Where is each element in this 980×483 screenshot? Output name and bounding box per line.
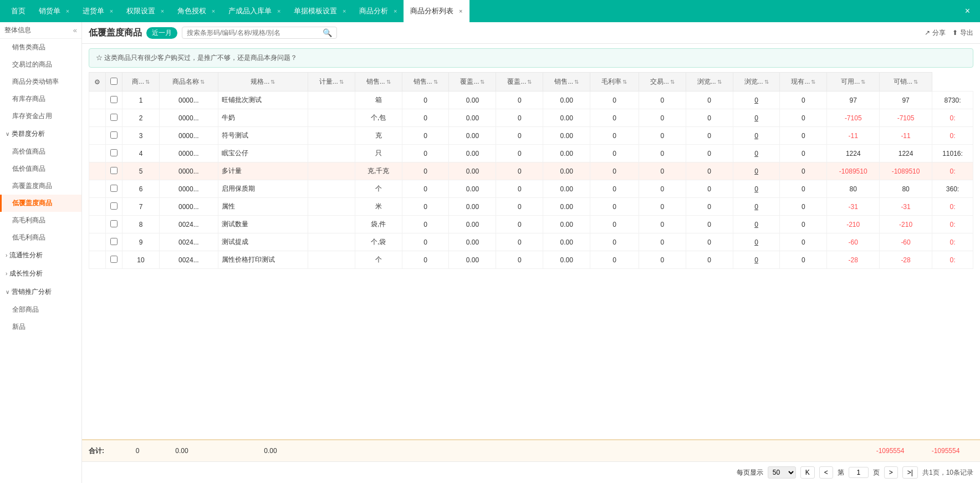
close-icon[interactable]: × [343,8,346,14]
col-sales-count[interactable]: 销售...⇅ [543,73,590,91]
close-icon[interactable]: × [161,8,164,14]
row-checkbox[interactable] [110,96,118,103]
sidebar-item-new-goods[interactable]: 新品 [0,318,81,335]
row-checkbox[interactable] [110,167,118,174]
nav-goods-analysis[interactable]: 商品分析 × [353,0,404,22]
close-icon[interactable]: × [212,8,215,14]
cell-browse1[interactable]: 0 [733,127,780,145]
cell-checkbox[interactable] [106,145,122,162]
cell-coverage1: 0 [496,233,543,251]
close-icon[interactable]: × [66,8,69,14]
search-input[interactable] [187,29,323,37]
col-saleable[interactable]: 可销...⇅ [880,73,932,91]
search-icon[interactable]: 🔍 [323,28,332,37]
cell-browse1[interactable]: 0 [733,162,780,180]
sidebar-item-high-margin[interactable]: 高毛利商品 [0,212,81,229]
window-close-button[interactable]: × [959,6,976,16]
close-icon[interactable]: × [459,8,462,14]
footer-total-label: 合计: [89,446,104,456]
nav-goods-analysis-list[interactable]: 商品分析列表 × [404,0,469,22]
sidebar-item-low-value[interactable]: 低价值商品 [0,160,81,177]
close-icon[interactable]: × [110,8,113,14]
cell-checkbox[interactable] [106,162,122,180]
row-checkbox[interactable] [110,202,118,210]
sidebar-item-all-goods[interactable]: 全部商品 [0,301,81,318]
sidebar-collapse-btn[interactable]: « [73,26,77,34]
nav-home[interactable]: 首页 [4,0,32,22]
cell-checkbox[interactable] [106,233,122,251]
sidebar-item-low-margin[interactable]: 低毛利商品 [0,229,81,246]
time-filter-btn[interactable]: 近一月 [146,27,177,39]
sidebar-item-high-value[interactable]: 高价值商品 [0,143,81,160]
per-page-select[interactable]: 50 20 100 [768,466,796,479]
nav-sales[interactable]: 销货单 × [32,0,76,22]
close-icon[interactable]: × [394,8,397,14]
cell-browse1[interactable]: 0 [733,91,780,109]
sidebar-item-high-coverage[interactable]: 高覆盖度商品 [0,177,81,195]
col-gross-rate[interactable]: 毛利率⇅ [590,73,639,91]
share-button[interactable]: ↗ 分享 [925,28,946,38]
cell-checkbox[interactable] [106,251,122,269]
row-checkbox[interactable] [110,149,118,156]
sidebar-section-header-4[interactable]: ∨ 营销推广分析 [0,283,81,301]
col-browse1[interactable]: 浏览...⇅ [686,73,733,91]
cell-checkbox[interactable] [106,216,122,233]
sidebar-item-sales-goods[interactable]: 销售类商品 [0,39,81,56]
row-checkbox[interactable] [110,238,118,245]
col-coverage2[interactable]: 覆盖...⇅ [496,73,543,91]
row-checkbox[interactable] [110,220,118,227]
next-page-btn[interactable]: > [884,466,898,479]
cell-checkbox[interactable] [106,180,122,198]
col-name[interactable]: 商品名称⇅ [160,73,218,91]
first-page-btn[interactable]: K [800,466,815,479]
sidebar-item-low-coverage[interactable]: 低覆盖度商品 [0,195,81,212]
sidebar-section-header-2[interactable]: › 流通性分析 [0,246,81,265]
nav-role[interactable]: 角色授权 × [171,0,222,22]
sidebar-section-header-1[interactable]: ∨ 类群度分析 [0,125,81,143]
nav-purchase[interactable]: 进货单 × [76,0,120,22]
col-coverage1[interactable]: 覆盖...⇅ [449,73,496,91]
row-checkbox[interactable] [110,185,118,192]
cell-checkbox[interactable] [106,127,122,145]
select-all-checkbox[interactable] [110,78,118,85]
row-checkbox[interactable] [110,131,118,139]
cell-checkbox[interactable] [106,109,122,127]
nav-permission[interactable]: 权限设置 × [120,0,171,22]
col-stock[interactable]: 现有...⇅ [780,73,827,91]
close-icon[interactable]: × [277,8,280,14]
col-spec[interactable]: 规格...⇅ [218,73,308,91]
cell-browse1[interactable]: 0 [733,145,780,162]
sidebar-item-stock-capital[interactable]: 库存资金占用 [0,108,81,125]
checkbox-col-header[interactable] [106,73,122,91]
col-unit[interactable]: 计量...⇅ [308,73,355,91]
settings-col-header[interactable]: ⚙ [89,73,106,91]
row-checkbox[interactable] [110,114,118,121]
prev-page-btn[interactable]: < [819,466,833,479]
cell-browse1[interactable]: 0 [733,109,780,127]
col-sales-amt[interactable]: 销售...⇅ [402,73,449,91]
col-trade[interactable]: 交易...⇅ [639,73,686,91]
cell-browse1[interactable]: 0 [733,216,780,233]
sidebar-item-category-rate[interactable]: 商品分类动销率 [0,73,81,90]
sidebar-item-traded-goods[interactable]: 交易过的商品 [0,56,81,73]
table-row: 8 0024... 测试数量 袋,件 0 0.00 0 0.00 0 0 0 0… [89,216,973,233]
nav-production[interactable]: 产成品入库单 × [222,0,287,22]
cell-browse1[interactable]: 0 [733,233,780,251]
cell-checkbox[interactable] [106,91,122,109]
cell-browse1[interactable]: 0 [733,251,780,269]
cell-browse1[interactable]: 0 [733,180,780,198]
row-checkbox[interactable] [110,256,118,263]
sidebar-item-stocked-goods[interactable]: 有库存商品 [0,90,81,108]
nav-template[interactable]: 单据模板设置 × [287,0,353,22]
page-input[interactable] [849,467,869,478]
sidebar-section-整体信息[interactable]: 整体信息 [4,26,31,35]
sidebar-section-header-3[interactable]: › 成长性分析 [0,265,81,283]
export-button[interactable]: ⬆ 导出 [952,28,973,38]
col-available[interactable]: 可用...⇅ [827,73,880,91]
last-page-btn[interactable]: >| [902,466,918,479]
cell-browse1[interactable]: 0 [733,198,780,216]
cell-checkbox[interactable] [106,198,122,216]
col-browse2[interactable]: 浏览...⇅ [733,73,780,91]
col-sales-qty[interactable]: 销售...⇅ [355,73,402,91]
col-code[interactable]: 商...⇅ [122,73,160,91]
